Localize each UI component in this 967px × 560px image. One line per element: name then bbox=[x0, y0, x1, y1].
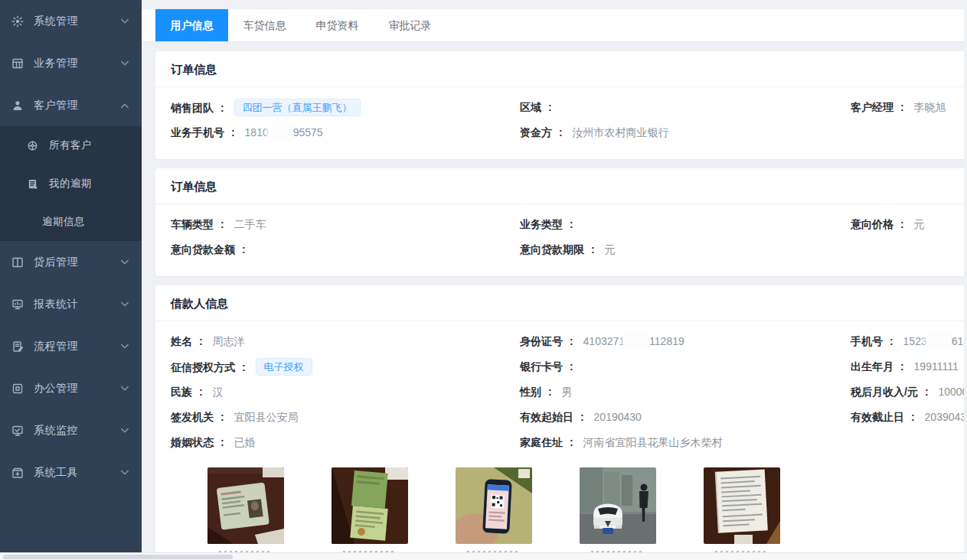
field-ethnicity: 民族: 汉 bbox=[171, 386, 520, 399]
chevron-down-icon bbox=[120, 470, 129, 476]
sidebar-item-my-overdue[interactable]: 我的逾期 bbox=[0, 164, 142, 203]
doc-edit-icon bbox=[11, 340, 25, 353]
privacy-blur-patch bbox=[270, 128, 292, 137]
sidebar-submenu-customer: 所有客户 我的逾期 逾期信息 bbox=[0, 126, 142, 241]
field-income: 税后月收入/元: 10000 bbox=[851, 386, 967, 399]
chevron-down-icon bbox=[120, 343, 129, 350]
order-info-card-2: 订单信息 车辆类型: 二手车 业务类型: 意向价格: 元 意向贷款金额: bbox=[155, 168, 967, 276]
gear-icon bbox=[11, 15, 25, 28]
horizontal-scrollbar[interactable] bbox=[0, 552, 967, 560]
field-valid-from: 有效起始日: 20190430 bbox=[520, 411, 851, 425]
sidebar-item-label: 所有客户 bbox=[49, 138, 129, 152]
field-sales-team: 销售团队: 四团一营（直属王鹏飞） bbox=[171, 99, 520, 116]
sidebar: 系统管理 业务管理 客户管理 所有客户 我的逾期 逾期信息 bbox=[0, 0, 142, 552]
tab-loan-application-docs[interactable]: 申贷资料 bbox=[301, 9, 374, 41]
field-valid-to: 有效截止日: 20390430 bbox=[851, 411, 967, 425]
tab-approval-records[interactable]: 审批记录 bbox=[374, 9, 446, 41]
person-with-car-photo[interactable] bbox=[580, 467, 656, 555]
field-name: 姓名: 周志洋 bbox=[171, 335, 520, 349]
sidebar-item-label: 系统监控 bbox=[34, 424, 120, 438]
sidebar-item-all-customers[interactable]: 所有客户 bbox=[0, 126, 142, 164]
tab-user-info[interactable]: 用户信息 bbox=[155, 9, 228, 41]
chevron-up-icon bbox=[120, 103, 129, 109]
tab-car-loan-info[interactable]: 车贷信息 bbox=[228, 9, 301, 41]
chevron-down-icon bbox=[120, 428, 129, 434]
customer-wheel-icon bbox=[27, 139, 41, 151]
horizontal-scrollbar-thumb[interactable] bbox=[3, 555, 233, 559]
field-funder: 资金方: 汝州市农村商业银行 bbox=[520, 126, 851, 140]
chevron-down-icon bbox=[120, 60, 129, 67]
chevron-down-icon bbox=[120, 301, 129, 308]
card-title: 借款人信息 bbox=[155, 285, 967, 321]
field-id-number: 身份证号: 4103271112819 bbox=[520, 335, 851, 349]
monitor-icon bbox=[11, 298, 25, 311]
sidebar-item-postloan-mgmt[interactable]: 贷后管理 bbox=[0, 241, 142, 283]
sidebar-item-label: 客户管理 bbox=[34, 99, 120, 112]
sidebar-item-system-mgmt[interactable]: 系统管理 bbox=[0, 0, 142, 42]
field-intent-loan-term: 意向贷款期限: 元 bbox=[520, 243, 851, 257]
field-account-manager: 客户经理: 李晓旭 bbox=[851, 101, 952, 115]
credit-auth-tag: 电子授权 bbox=[256, 358, 312, 376]
field-business-phone: 业务手机号: 181095575 bbox=[171, 126, 520, 140]
sidebar-item-label: 我的逾期 bbox=[49, 177, 129, 190]
sidebar-item-overdue-info[interactable]: 逾期信息 bbox=[0, 203, 142, 241]
book-icon bbox=[11, 256, 25, 269]
grid-icon bbox=[11, 57, 25, 70]
handwritten-document-photo[interactable] bbox=[704, 467, 780, 555]
notebook-icon bbox=[27, 177, 41, 190]
field-region: 区域: bbox=[520, 101, 851, 115]
field-gender: 性别: 男 bbox=[520, 386, 851, 399]
field-bank-card: 银行卡号: bbox=[520, 360, 851, 374]
field-birth: 出生年月: 19911111 bbox=[851, 360, 959, 374]
sidebar-item-label: 系统管理 bbox=[34, 15, 120, 28]
card-title: 订单信息 bbox=[155, 51, 967, 87]
field-issuing-authority: 签发机关: 宜阳县公安局 bbox=[171, 411, 520, 425]
sidebar-item-customer-mgmt[interactable]: 客户管理 bbox=[0, 84, 142, 126]
borrower-photos bbox=[207, 467, 952, 555]
monitor-check-icon bbox=[11, 425, 25, 437]
field-business-type: 业务类型: bbox=[520, 218, 851, 232]
chevron-down-icon bbox=[120, 386, 129, 392]
sidebar-item-system-tools[interactable]: 系统工具 bbox=[0, 451, 142, 493]
privacy-blur-patch bbox=[928, 337, 951, 346]
field-vehicle-type: 车辆类型: 二手车 bbox=[171, 218, 520, 232]
detail-tabbar: 用户信息 车贷信息 申贷资料 审批记录 bbox=[142, 9, 967, 42]
sales-team-tag: 四团一营（直属王鹏飞） bbox=[234, 99, 361, 116]
sidebar-item-label: 办公管理 bbox=[34, 382, 120, 396]
field-phone: 手机号: 15236137 bbox=[851, 335, 967, 349]
sidebar-item-label: 系统工具 bbox=[34, 466, 120, 480]
order-info-card-1: 订单信息 销售团队: 四团一营（直属王鹏飞） 区域: 客户经理: 李晓旭 业务手 bbox=[155, 51, 967, 159]
main-content: 用户信息 车贷信息 申贷资料 审批记录 订单信息 销售团队: 四团一营（直属王鹏… bbox=[142, 0, 967, 552]
credential-booklet-photo[interactable] bbox=[332, 467, 408, 555]
field-intent-loan-amount: 意向贷款金额: bbox=[171, 243, 520, 257]
chevron-down-icon bbox=[120, 18, 129, 24]
borrower-info-card: 借款人信息 姓名: 周志洋 身份证号: 4103271112819 手机号: 1… bbox=[155, 285, 967, 560]
field-intent-price: 意向价格: 元 bbox=[851, 218, 952, 232]
user-icon bbox=[11, 99, 25, 112]
sidebar-item-business-mgmt[interactable]: 业务管理 bbox=[0, 42, 142, 84]
sidebar-item-label: 流程管理 bbox=[34, 340, 120, 353]
sidebar-item-office-mgmt[interactable]: 办公管理 bbox=[0, 367, 142, 409]
privacy-blur-patch bbox=[626, 337, 648, 346]
sidebar-item-label: 业务管理 bbox=[34, 57, 120, 70]
sidebar-item-system-monitor[interactable]: 系统监控 bbox=[0, 409, 142, 451]
id-card-photo[interactable] bbox=[207, 467, 284, 555]
chevron-down-icon bbox=[120, 259, 129, 265]
sidebar-item-label: 贷后管理 bbox=[34, 256, 120, 269]
field-marital: 婚姻状态: 已婚 bbox=[171, 436, 520, 450]
card-title: 订单信息 bbox=[155, 168, 967, 204]
phone-qr-auth-photo[interactable] bbox=[456, 467, 532, 555]
field-address: 家庭住址: 河南省宜阳县花果山乡木柴村 bbox=[520, 436, 851, 450]
vertical-scrollbar[interactable] bbox=[964, 0, 967, 552]
office-icon bbox=[11, 383, 25, 395]
sidebar-item-process-mgmt[interactable]: 流程管理 bbox=[0, 325, 142, 367]
toolbox-icon bbox=[11, 467, 25, 479]
sidebar-item-label: 逾期信息 bbox=[42, 215, 129, 229]
field-credit-auth: 征信授权方式: 电子授权 bbox=[171, 358, 520, 376]
sidebar-item-report-stats[interactable]: 报表统计 bbox=[0, 283, 142, 325]
sidebar-item-label: 报表统计 bbox=[34, 298, 120, 311]
